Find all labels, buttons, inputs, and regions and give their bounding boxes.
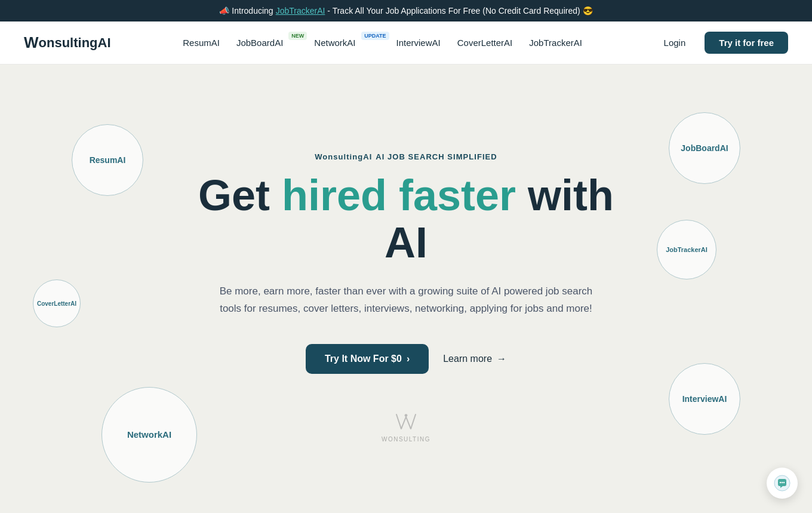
hero-description: Be more, earn more, faster than ever wit… <box>215 283 597 318</box>
banner-text-before: Introducing <box>232 6 273 16</box>
nav-link-jobboardai[interactable]: JobBoardAI NEW <box>229 33 304 53</box>
login-button[interactable]: Login <box>654 33 696 53</box>
try-for-free-button[interactable]: Try it for free <box>705 32 788 54</box>
hero-section: ResumAI JobBoardAI JobTrackerAI CoverLet… <box>0 64 812 513</box>
banner-text-after: - Track All Your Job Applications For Fr… <box>327 6 580 16</box>
bottom-logo-text: WONSULTING <box>382 436 430 443</box>
svg-point-6 <box>783 482 785 483</box>
nav-item-networkai: NetworkAI UPDATE <box>307 33 386 53</box>
circle-coverletterai: CoverLetterAI <box>33 279 81 327</box>
hero-title: Get hired faster with AI <box>173 172 639 266</box>
hero-title-faster: faster <box>399 171 528 219</box>
logo-w-letter: W <box>24 33 39 52</box>
badge-update: UPDATE <box>361 32 389 40</box>
logo[interactable]: W onsultingAI <box>24 33 111 52</box>
nav-links: ResumAI JobBoardAI NEW NetworkAI UPDATE … <box>176 33 589 53</box>
wonsulting-logo-icon <box>391 410 421 434</box>
circle-jobboardai: JobBoardAI <box>669 112 740 184</box>
svg-point-2 <box>410 427 411 429</box>
nav-item-coverletterai: CoverLetterAI <box>450 33 520 53</box>
arrow-right-icon: › <box>407 354 410 364</box>
svg-point-1 <box>400 427 402 429</box>
hero-cta-group: Try It Now For $0 › Learn more → <box>173 344 639 374</box>
badge-new: NEW <box>288 32 307 40</box>
try-now-button[interactable]: Try It Now For $0 › <box>306 344 429 374</box>
banner-emoji-right: 😎 <box>583 6 593 16</box>
circle-resumai: ResumAI <box>72 124 143 196</box>
nav-right: Login Try it for free <box>654 32 788 54</box>
nav-item-interviewai: InterviewAI <box>389 33 448 53</box>
svg-point-4 <box>780 482 781 483</box>
nav-link-networkai[interactable]: NetworkAI UPDATE <box>307 33 386 53</box>
nav-link-jobtrackerai[interactable]: JobTrackerAI <box>522 33 589 53</box>
eyebrow-separator: AI JOB SEARCH SIMPLIFIED <box>376 152 497 161</box>
announcement-banner: 📣 Introducing JobTrackerAI - Track All Y… <box>0 0 812 21</box>
nav-link-coverletterai[interactable]: CoverLetterAI <box>450 33 520 53</box>
hero-title-get: Get <box>198 171 282 219</box>
svg-point-0 <box>405 414 408 417</box>
hero-title-hired: hired <box>282 171 399 219</box>
circle-jobtrackerai: JobTrackerAI <box>657 220 716 279</box>
svg-point-5 <box>782 482 783 483</box>
chat-icon <box>774 475 791 492</box>
chat-support-button[interactable] <box>767 468 798 499</box>
eyebrow-brand: WonsultingAI <box>315 152 372 161</box>
navbar: W onsultingAI ResumAI JobBoardAI NEW Net… <box>0 21 812 64</box>
logo-text: onsultingAI <box>39 35 111 51</box>
banner-emoji-left: 📣 <box>219 6 229 16</box>
banner-link[interactable]: JobTrackerAI <box>276 6 325 16</box>
nav-link-interviewai[interactable]: InterviewAI <box>389 33 448 53</box>
bottom-watermark: WONSULTING <box>173 410 639 443</box>
nav-item-jobboardai: JobBoardAI NEW <box>229 33 304 53</box>
hero-eyebrow: WonsultingAI AI JOB SEARCH SIMPLIFIED <box>173 152 639 161</box>
hero-content: WonsultingAI AI JOB SEARCH SIMPLIFIED Ge… <box>173 152 639 443</box>
nav-link-resumai[interactable]: ResumAI <box>176 33 227 53</box>
nav-item-resumai: ResumAI <box>176 33 227 53</box>
learn-more-button[interactable]: Learn more → <box>443 354 506 364</box>
circle-interviewai: InterviewAI <box>669 363 740 435</box>
nav-item-jobtrackerai: JobTrackerAI <box>522 33 589 53</box>
arrow-right-icon: → <box>497 354 506 364</box>
